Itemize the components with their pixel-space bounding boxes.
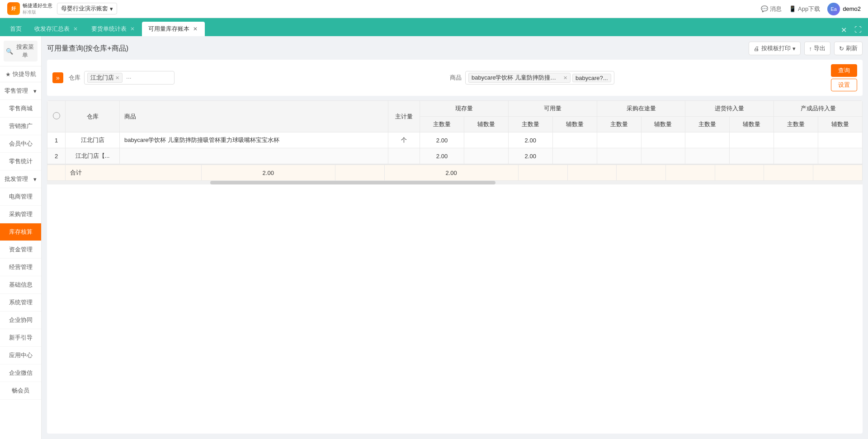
logo-area: 好 畅捷通好生意 标准版 [7,2,52,15]
export-icon: ↑ [809,45,812,52]
query-button[interactable]: 查询 [831,64,857,77]
sidebar-item-retail-stats[interactable]: 零售统计 [0,153,41,170]
th-stock-main: 主数量 [420,117,464,132]
cell-warehouse: 江北门店【... [66,148,120,164]
warehouse-tag-1-close[interactable]: ✕ [115,75,119,81]
chevron-down-icon: ▾ [110,5,113,12]
warehouse-more-btn[interactable]: ··· [124,74,133,81]
tab-home[interactable]: 首页 [4,22,28,36]
page-actions: 🖨 按模板打印 ▾ ↑ 导出 ↻ 刷新 [749,42,863,55]
refresh-btn[interactable]: ↻ 刷新 [834,42,863,55]
cell-prodp-main [774,132,818,148]
tab-available-ledger[interactable]: 可用量库存账本 ✕ [142,22,205,36]
product-tag-1-close[interactable]: ✕ [563,75,567,81]
cell-pp-main [685,148,730,164]
cell-avail-sub [552,132,597,148]
product-filter-input[interactable]: babycare学饮杯 儿童防摔防撞吸管杯重力球吸嘴杯宝宝水杯 ✕ babyca… [465,71,614,85]
sidebar-search-area: 🔍 搜索菜单 [0,36,41,66]
cell-prodp-main [774,148,818,164]
cell-unit [388,148,420,164]
footer-pp-main [666,165,715,181]
sidebar-item-new-guide[interactable]: 新手引导 [0,329,41,347]
tab-bar: 首页 收发存汇总表 ✕ 要货单统计表 ✕ 可用量库存账本 ✕ ✕ ⛶ [0,18,868,36]
th-unit: 主计量 [388,101,420,132]
cell-product: babycare学饮杯 儿童防摔防撞吸管杯重力球吸嘴杯宝宝水杯 [120,132,388,148]
export-btn[interactable]: ↑ 导出 [804,42,831,55]
cell-stock-main: 2.00 [420,132,464,148]
tab-order-stats[interactable]: 要货单统计表 ✕ [85,22,142,36]
sidebar-item-ecom-mgmt[interactable]: 电商管理 [0,188,41,206]
cell-prodp-sub [818,132,863,148]
sidebar-item-retail-mgmt[interactable]: 零售管理 ▾ [0,82,41,100]
setting-button[interactable]: 设置 [831,79,857,91]
filter-expand-btn[interactable]: » [52,72,63,83]
sidebar-item-enterprise[interactable]: 企业协同 [0,312,41,329]
sidebar-item-app-center[interactable]: 应用中心 [0,347,41,364]
sidebar-item-member[interactable]: 会员中心 [0,135,41,153]
sidebar-item-purchase-mgmt[interactable]: 采购管理 [0,206,41,223]
user-avatar-area[interactable]: Ea demo2 [827,3,861,15]
cell-avail-main: 2.00 [508,132,552,148]
message-btn[interactable]: 💬 消息 [761,5,782,13]
cell-prodp-sub [818,148,863,164]
sidebar-item-enterprise-wechat[interactable]: 企业微信 [0,364,41,382]
search-menu-btn[interactable]: 🔍 搜索菜单 [4,41,38,61]
tab-close-order-stats[interactable]: ✕ [129,26,136,32]
sidebar-item-retail-mall[interactable]: 零售商城 [0,100,41,118]
tab-close-receive-send[interactable]: ✕ [72,26,79,32]
account-selector[interactable]: 母婴行业演示账套 ▾ [57,3,117,14]
th-available: 可用量 [508,101,597,117]
app-download-btn[interactable]: 📱 App下载 [789,5,820,13]
footer-pt-sub [617,165,666,181]
filter-bar: » 仓库 江北门店 ✕ ··· 商品 babycare [47,60,863,96]
product-tag-1[interactable]: babycare学饮杯 儿童防摔防撞吸管杯重力球吸嘴杯宝宝水杯 ✕ [468,73,571,83]
footer-stock-total: 2.00 [201,165,335,181]
footer-label: 合计 [66,165,202,181]
chevron-down-icon: ▾ [793,45,796,52]
warehouse-tag-1[interactable]: 江北门店 ✕ [87,73,123,83]
app-icon: 📱 [789,5,796,12]
th-avail-main: 主数量 [508,117,552,132]
product-tag-2[interactable]: babycare?... [572,74,611,82]
table-scrollbar-thumb[interactable] [210,181,495,184]
print-icon: 🖨 [754,45,760,52]
footer-table: 合计 2.00 2.00 [47,165,863,181]
cell-avail-sub [552,148,597,164]
sidebar-item-wholesale-mgmt[interactable]: 批发管理 ▾ [0,170,41,188]
th-settings[interactable] [47,101,66,132]
avatar: Ea [827,3,840,15]
print-template-btn[interactable]: 🖨 按模板打印 ▾ [749,42,801,55]
sidebar-item-marketing[interactable]: 营销推广 [0,118,41,135]
logo-text: 畅捷通好生意 标准版 [23,2,52,15]
sidebar-item-sys-mgmt[interactable]: 系统管理 [0,294,41,312]
cell-warehouse: 江北门店 [66,132,120,148]
footer-avail-sub [518,165,567,181]
cell-pp-sub [730,132,774,148]
tab-fullscreen-btn[interactable]: ⛶ [852,24,864,36]
sidebar-item-basic-info[interactable]: 基础信息 [0,276,41,294]
footer-pt-main [567,165,617,181]
filter-action-buttons: 查询 设置 [831,64,857,91]
table-scrollbar[interactable] [47,181,863,184]
settings-icon [53,112,60,119]
cell-pt-sub [641,132,685,148]
sidebar-item-inventory[interactable]: 库存核算 [0,223,41,241]
warehouse-filter-input[interactable]: 江北门店 ✕ ··· [84,71,175,85]
cell-pp-main [685,132,730,148]
tab-receive-send[interactable]: 收发存汇总表 ✕ [28,22,85,36]
sidebar-item-ops-mgmt[interactable]: 经营管理 [0,259,41,276]
th-purchase-transit: 采购在途量 [597,101,685,117]
page-title: 可用量查询(按仓库+商品) [47,44,128,53]
tab-close-all-btn[interactable]: ✕ [837,24,850,36]
table-footer: 合计 2.00 2.00 [47,164,863,181]
sidebar-item-vip-member[interactable]: 畅会员 [0,382,41,400]
sidebar-quick-nav[interactable]: ★ 快捷导航 [0,66,41,82]
footer-pp-sub [715,165,764,181]
cell-stock-sub [464,148,508,164]
cell-index: 2 [47,148,66,164]
th-product: 商品 [120,101,388,132]
top-bar-left: 好 畅捷通好生意 标准版 母婴行业演示账套 ▾ [7,2,117,15]
data-table: 仓库 商品 主计量 现存量 可用量 采购在途量 进货待入量 产成品待入量 主数量… [47,100,863,164]
sidebar-item-finance[interactable]: 资金管理 [0,241,41,259]
tab-close-available-ledger[interactable]: ✕ [192,26,198,32]
